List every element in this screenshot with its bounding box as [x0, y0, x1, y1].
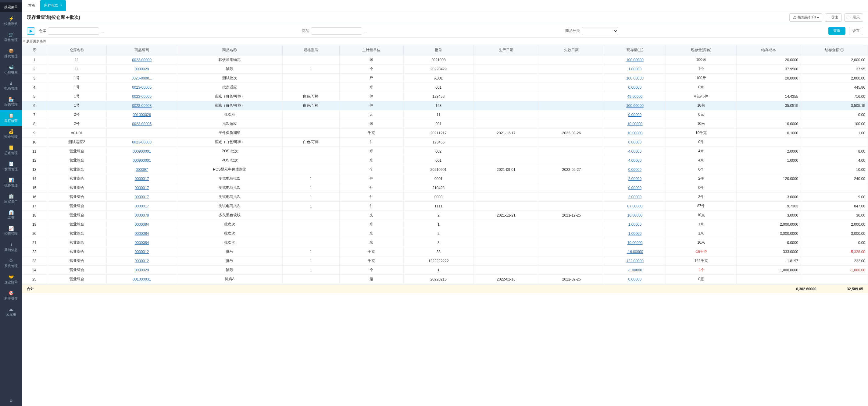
fullscreen-button[interactable]: ⛶ 展示 [844, 13, 863, 22]
cell-code[interactable]: 000900001 [107, 147, 177, 156]
cell-code[interactable]: 001000026 [107, 110, 177, 120]
cell-qty-main[interactable]: 0.00000 [604, 138, 666, 147]
cell-code[interactable]: 001000031 [107, 275, 177, 284]
sidebar-item-inventory[interactable]: 📋 库存核查 [0, 110, 22, 126]
tab-close-button[interactable]: × [60, 0, 62, 11]
cell-qty-main[interactable]: 4.00000 [604, 156, 666, 165]
cell-qty-store: 10米 [665, 120, 737, 129]
setting-button[interactable]: 设置 [849, 27, 863, 35]
inventory-batch-tab[interactable]: 库存批次 × [40, 0, 66, 11]
cell-code[interactable]: 0000084 [107, 229, 177, 238]
cell-code[interactable]: 0023-00005 [107, 83, 177, 92]
sidebar-item-system[interactable]: ⚙ 系统管理 [0, 255, 22, 271]
sidebar-item-ecommerce[interactable]: 🖥 电商管理 [0, 78, 22, 94]
cell-code[interactable]: 0023-00009 [107, 56, 177, 65]
cell-qty-main[interactable]: 3.00000 [604, 193, 666, 202]
cell-warehouse: 1号 [47, 92, 107, 101]
cell-code[interactable]: 0000084 [107, 220, 177, 229]
print-button[interactable]: 🖨 按精装打印 ▾ [789, 13, 822, 22]
cell-qty-main[interactable]: 0.00000 [604, 83, 666, 92]
sidebar-item-finance[interactable]: 💰 资金管理 [0, 126, 22, 142]
sidebar-item-ecommerce-small[interactable]: 🐋 小鲸电商 [0, 62, 22, 78]
sidebar-logo[interactable]: 搜索菜单 [0, 2, 22, 12]
warehouse-input[interactable] [48, 27, 99, 35]
cell-qty-main[interactable]: 1.00000 [604, 229, 666, 238]
sidebar-item-hr[interactable]: 👔 工资 [0, 207, 22, 223]
sidebar-settings[interactable]: ⚙ [0, 396, 22, 406]
cell-qty-main[interactable]: 10.00000 [604, 129, 666, 138]
cell-qty-main[interactable]: 100.00000 [604, 74, 666, 83]
cell-code[interactable]: 0000084 [107, 238, 177, 247]
cell-unit: 元 [339, 110, 404, 120]
cell-code[interactable]: 000097 [107, 165, 177, 174]
cell-qty-main[interactable]: 10.00000 [604, 211, 666, 220]
cell-code[interactable]: 0000078 [107, 211, 177, 220]
cell-code[interactable]: 0023-00005 [107, 92, 177, 101]
cell-qty-main[interactable]: 0.00000 [604, 183, 666, 193]
cell-qty-main[interactable]: 100.00000 [604, 56, 666, 65]
cell-prod-date [473, 147, 539, 156]
cell-qty-main[interactable]: 2.00000 [604, 174, 666, 183]
goods-input[interactable] [311, 27, 362, 35]
cell-code[interactable]: 0000029 [107, 65, 177, 74]
sidebar-item-wholesale[interactable]: 📦 批发管理 [0, 45, 22, 62]
cell-qty-main[interactable]: 49.60000 [604, 92, 666, 101]
cell-unit: 斤 [339, 74, 404, 83]
table-row: 25营业综合001000031鲜奶A瓶202202162022-02-16202… [22, 275, 868, 284]
cell-code[interactable]: 0000012 [107, 257, 177, 266]
sidebar-item-fixed-assets[interactable]: 🏢 固定资产 [0, 191, 22, 207]
sidebar-item-purchase[interactable]: 🏪 采购管理 [0, 94, 22, 110]
sidebar-item-general[interactable]: 📒 总账管理 [0, 142, 22, 158]
sidebar-item-invoice[interactable]: 🧾 发票管理 [0, 158, 22, 174]
cell-code[interactable]: 0000017 [107, 202, 177, 211]
cell-code[interactable]: 0000017 [107, 174, 177, 183]
cell-qty-main[interactable]: 0.00000 [604, 275, 666, 284]
sidebar-item-quick-nav[interactable]: ⚡ 快捷导航 [0, 13, 22, 29]
cell-balance: 445.86 [801, 83, 868, 92]
cell-code[interactable]: 0000017 [107, 193, 177, 202]
home-tab[interactable]: 首页 [24, 0, 39, 11]
cell-qty-main[interactable]: 1.00000 [604, 220, 666, 229]
cell-code[interactable]: 0000029 [107, 266, 177, 275]
cell-qty-main[interactable]: 1.00000 [604, 65, 666, 74]
cell-qty-main[interactable]: 0.00000 [604, 110, 666, 120]
cell-code[interactable]: 000900001 [107, 156, 177, 165]
cell-code[interactable]: 0023-0000... [107, 74, 177, 83]
cell-code[interactable]: 0000012 [107, 247, 177, 257]
cell-qty-main[interactable]: 10.00000 [604, 238, 666, 247]
cell-code[interactable]: 0023-00008 [107, 101, 177, 110]
sidebar-item-tax[interactable]: 📊 税务管理 [0, 174, 22, 191]
cell-batch: A001 [404, 74, 473, 83]
export-button[interactable]: ↑ 导出 [825, 13, 842, 22]
sidebar-item-collab[interactable]: 🤝 企业协同 [0, 271, 22, 287]
cell-code[interactable]: 0000017 [107, 183, 177, 193]
cell-index: 2 [22, 65, 47, 74]
cell-qty-main[interactable]: -16.00000 [604, 247, 666, 257]
search-button[interactable]: 查询 [828, 27, 845, 35]
cell-balance: 9.00 [801, 193, 868, 202]
col-warehouse: 仓库名称 [47, 45, 107, 56]
expand-filter-button[interactable]: ▶ [27, 27, 35, 35]
sidebar-item-retail[interactable]: 🛒 零售管理 [0, 29, 22, 45]
ecommerce-icon: 🖥 [1, 81, 21, 86]
expand-more-button[interactable]: ▾ 展开更多条件 [23, 39, 867, 43]
cell-code[interactable]: 0023-00008 [107, 138, 177, 147]
sidebar-item-cloud[interactable]: ☁ 云应用 [0, 304, 22, 320]
cell-qty-main[interactable]: 10.00000 [604, 120, 666, 129]
category-select[interactable] [582, 27, 618, 35]
cell-qty-main[interactable]: 4.00000 [604, 147, 666, 156]
cell-qty-main[interactable]: -1.00000 [604, 266, 666, 275]
cell-qty-main[interactable]: 100.00000 [604, 101, 666, 110]
cell-qty-main[interactable]: 0.00000 [604, 165, 666, 174]
cell-qty-main[interactable]: 122.00000 [604, 257, 666, 266]
cell-exp-date [539, 92, 604, 101]
sidebar-item-guide[interactable]: 🎯 新手引导 [0, 287, 22, 304]
cell-code[interactable] [107, 129, 177, 138]
sidebar-item-ops[interactable]: 📈 经营管理 [0, 223, 22, 239]
sidebar-item-basic[interactable]: ℹ 基础信息 [0, 239, 22, 255]
cell-index: 5 [22, 92, 47, 101]
cell-unit: 件 [339, 138, 404, 147]
cell-unit: 个 [339, 266, 404, 275]
cell-code[interactable]: 0023-00005 [107, 120, 177, 129]
cell-qty-main[interactable]: 87.00000 [604, 202, 666, 211]
